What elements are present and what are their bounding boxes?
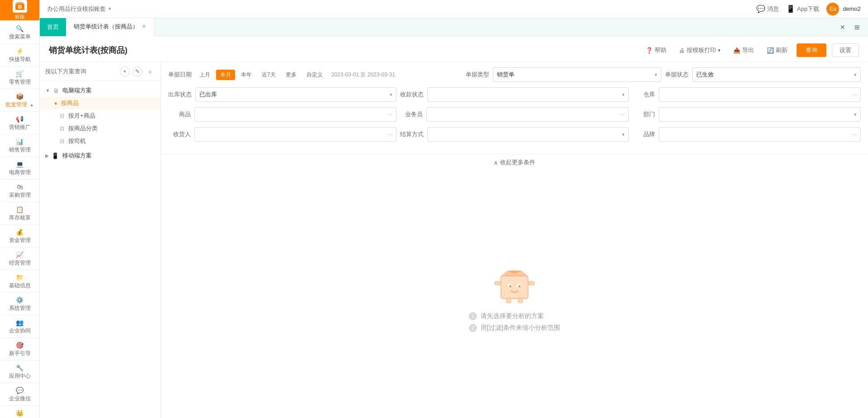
sidebar-item-guide[interactable]: 🎯 新手引导 [0,338,39,361]
sidebar-item-sales[interactable]: 📊 销售管理 [0,134,39,157]
tree-sub-item-driver[interactable]: 目 按司机 [40,135,160,147]
filter-row-4: 收货人 ··· 结算方式 [168,127,861,142]
receipt-status-control: ▾ [427,87,628,102]
user-name: demo2 [843,5,861,12]
export-icon: 📤 [733,47,741,54]
tree-group-pc-header[interactable]: ▼ 🖥 电脑端方案 [40,84,160,97]
export-label: 导出 [742,46,754,54]
sidebar-item-wholesale[interactable]: 📦 批发管理 ▲ [0,89,39,112]
sidebar-item-system[interactable]: ⚙️ 系统管理 [0,293,39,315]
tab-sales-stat-label: 销货单统计表（按商品） [74,23,138,31]
sidebar-item-operation[interactable]: 📈 经营管理 [0,247,39,270]
main-area: 办公用品行业模拟账套 ▾ 💬 消息 📱 App下载 Ea demo2 首页 [40,0,868,418]
refresh-btn[interactable]: 🔄 刷新 [763,44,791,56]
scheme-edit-btn[interactable]: ✎ [132,66,142,76]
date-btn-more[interactable]: 更多 [282,70,301,80]
query-btn[interactable]: 查询 [797,43,826,57]
tab-maximize-btn[interactable]: ⊞ [852,22,863,33]
sidebar-item-search[interactable]: 🔍 搜索菜单 [0,20,39,44]
doc-status-select[interactable]: 已生效 ▾ [692,67,861,82]
help-btn[interactable]: ❓ 帮助 [642,44,670,56]
tree-group-mobile-header[interactable]: ▶ 📱 移动端方案 [40,149,160,162]
sidebar-item-quicknav[interactable]: ⚡ 快捷导航 [0,44,39,66]
sidebar-item-purchase[interactable]: 🛍 采购管理 [0,180,39,202]
sidebar-item-ecommerce[interactable]: 💻 电商管理 [0,157,39,180]
download-icon: 📱 [786,5,795,13]
header-dropdown-icon[interactable]: ▾ [108,6,111,12]
sidebar-item-appcenter[interactable]: 🔧 应用中心 [0,361,39,383]
sidebar-wholesale-label: 批发管理 [5,101,27,108]
date-btn-custom[interactable]: 自定义 [302,70,327,80]
date-btn-last-month[interactable]: 上月 [195,70,214,80]
user-initials: Ea [830,6,836,12]
salesman-select[interactable]: ··· [426,107,628,122]
consignee-label: 收货人 [168,130,191,138]
date-btn-this-year[interactable]: 本年 [237,70,256,80]
sidebar-system-label: 系统管理 [9,305,31,311]
sidebar-item-collab[interactable]: 👥 企业协同 [0,315,39,338]
consignee-select[interactable]: ··· [194,127,396,142]
date-btn-7days[interactable]: 近7天 [258,70,280,80]
sidebar-wxwork-label: 企业微信 [9,395,31,402]
tab-close-icon[interactable]: ✕ [141,23,147,30]
tab-sales-stat[interactable]: 销货单统计表（按商品） ✕ [66,18,155,36]
app-download-btn[interactable]: 📱 App下载 [786,5,819,13]
message-label: 消息 [767,5,779,13]
collapse-bar[interactable]: ∧ 收起更多条件 [161,154,868,172]
print-btn[interactable]: 🖨 按模板打印 ▾ [675,44,724,56]
scheme-header: 按以下方案查询 + ✎ « [40,62,160,81]
sidebar-item-wxwork[interactable]: 💬 企业微信 [0,383,39,406]
tab-close-all-btn[interactable]: ✕ [837,22,848,33]
brand-select[interactable]: ··· [659,127,861,142]
page-title: 销货单统计表(按商品) [49,45,127,56]
message-btn[interactable]: 💬 消息 [756,5,779,13]
scheme-title: 按以下方案查询 [45,67,86,76]
sidebar-item-basic[interactable]: 📁 基础信息 [0,270,39,293]
tree-item-by-goods[interactable]: ● 按商品 [40,97,160,109]
scheme-collapse-btn[interactable]: « [145,66,155,76]
sidebar-item-retail[interactable]: 🛒 零售管理 [0,66,39,89]
user-profile[interactable]: Ea demo2 [826,3,861,15]
app-logo: 标版 [0,0,40,20]
receipt-status-dropdown-icon: ▾ [622,92,625,98]
date-btn-this-month[interactable]: 本月 [216,70,235,80]
dept-select[interactable]: ▾ [659,107,861,122]
tip-text-2: 用[过滤]条件来缩小分析范围 [481,324,560,332]
doc-type-select[interactable]: 销货单 ▾ [493,67,661,82]
empty-illustration [492,258,537,303]
export-btn[interactable]: 📤 导出 [730,44,758,56]
warehouse-select[interactable]: ··· [659,87,861,102]
sidebar-item-inventory[interactable]: 📋 库存核算 [0,202,39,225]
sidebar-item-marketing[interactable]: 📢 营销推广 [0,112,39,134]
tree-sub-item-driver-label: 按司机 [68,137,86,145]
scheme-tree: ▼ 🖥 电脑端方案 ● 按商品 目 按月+商品 [40,81,160,418]
tip-num-1: 1 [469,312,477,320]
app-download-label: App下载 [797,5,819,13]
svg-rect-3 [501,276,528,299]
filter-cell-receipt-status: 收款状态 ▾ [400,87,628,102]
sidebar-item-member[interactable]: 👑 畅会员 [0,406,39,418]
empty-tip-2: 2 用[过滤]条件来缩小分析范围 [469,324,560,332]
date-label: 单据日期 [168,71,192,79]
refresh-icon: 🔄 [767,47,774,54]
out-status-select[interactable]: 已出库 ▾ [195,87,396,102]
svg-rect-12 [518,298,523,303]
collapse-icon: « [148,68,151,75]
tree-sub-item-monthly-goods[interactable]: 目 按月+商品 [40,109,160,122]
doc-type-label: 单据类型 [466,71,489,79]
logo-icon [13,0,27,13]
filter-row-1: 单据日期 上月 本月 本年 近7天 更多 自定义 [168,67,861,82]
scheme-add-btn[interactable]: + [120,66,130,76]
filter-cell-date: 单据日期 上月 本月 本年 近7天 更多 自定义 [168,70,462,80]
goods-select[interactable]: ··· [194,107,396,122]
setting-btn[interactable]: 设置 [832,43,859,57]
page-actions: ❓ 帮助 🖨 按模板打印 ▾ 📤 导出 🔄 刷新 查询 设置 [642,43,859,57]
warehouse-label: 仓库 [632,90,655,99]
tree-sub-item-goods-category[interactable]: 目 按商品分类 [40,122,160,135]
svg-point-8 [519,285,521,288]
tab-home[interactable]: 首页 [40,18,66,36]
sidebar-item-finance[interactable]: 💰 资金管理 [0,225,39,247]
settlement-select[interactable]: ▾ [427,127,628,142]
receipt-status-select[interactable]: ▾ [427,87,628,102]
salesman-dots-icon: ··· [620,112,624,117]
